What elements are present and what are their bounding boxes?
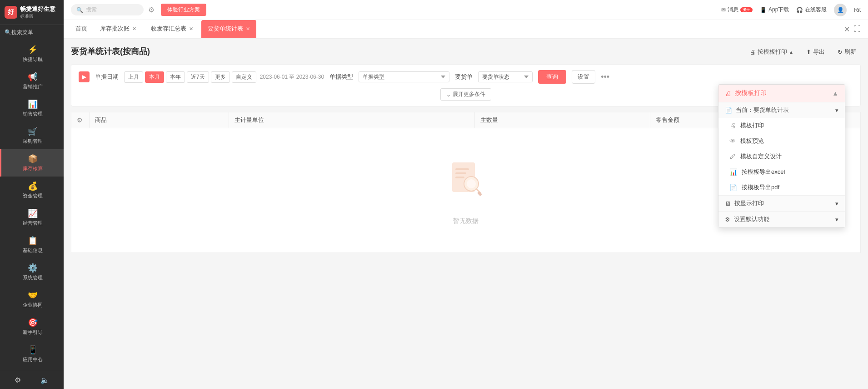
template-design-item[interactable]: 🖊 模板自定义设计 xyxy=(718,149,845,164)
dropdown-header: 🖨 按模板打印 ▲ xyxy=(718,85,845,102)
message-action[interactable]: ✉ 消息 99+ xyxy=(721,6,753,14)
export-pdf-item[interactable]: 📄 按模板导出pdf xyxy=(718,180,845,195)
order-type-label: 单据类型 xyxy=(329,73,353,81)
close-tab-order-stats[interactable]: ✕ xyxy=(246,26,250,32)
print-btn[interactable]: 🖨 按模板打印 ▲ xyxy=(745,46,798,58)
sidebar-search-menu[interactable]: 🔍 搜索菜单 xyxy=(0,25,64,40)
tabs-bar: 首页 库存批次账 ✕ 收发存汇总表 ✕ 要货单统计表 ✕ ✕ ⛶ xyxy=(64,20,868,39)
default-func-header[interactable]: ⚙ 设置默认功能 ▾ xyxy=(718,212,845,227)
sidebar-item-wechat-work[interactable]: 💬 企业微信 xyxy=(0,368,64,371)
svg-rect-3 xyxy=(455,177,464,178)
default-func-icon: ⚙ xyxy=(725,216,730,223)
purchase-icon: 🛒 xyxy=(28,126,38,136)
table-settings-icon[interactable]: ⚙ xyxy=(77,116,83,124)
sidebar-item-system[interactable]: ⚙️ 系统管理 xyxy=(0,258,64,286)
template-print-icon: 🖨 xyxy=(729,122,736,129)
close-tab-inventory-batch[interactable]: ✕ xyxy=(132,26,136,32)
user-name[interactable]: Rit xyxy=(854,7,861,13)
app-center-icon: 📱 xyxy=(28,345,38,355)
order-type-select[interactable]: 单据类型 xyxy=(359,71,449,82)
default-func-section: ⚙ 设置默认功能 ▾ xyxy=(718,212,845,227)
display-print-label: 按显示打印 xyxy=(734,199,764,207)
display-print-chevron: ▾ xyxy=(835,200,838,207)
filter-row-1: ▶ 单据日期 上月 本月 本年 近7天 更多 自定义 2023-06-01 至 … xyxy=(79,70,853,84)
tab-home[interactable]: 首页 xyxy=(71,20,92,38)
col-header-product: 商品 xyxy=(90,112,229,128)
date-label: 单据日期 xyxy=(95,73,119,81)
sidebar-nav: ⚡ 快捷导航 📢 营销推广 📊 销售管理 🛒 采购管理 📦 库存核算 💰 资金管… xyxy=(0,40,64,371)
sidebar-item-newbie[interactable]: 🎯 新手引导 xyxy=(0,313,64,340)
template-preview-item[interactable]: 👁 模板预览 xyxy=(718,133,845,149)
inventory-icon: 📦 xyxy=(28,154,38,164)
enterprise-icon: 🤝 xyxy=(28,290,38,300)
date-this-year[interactable]: 本年 xyxy=(166,71,185,83)
close-window-btn[interactable]: ✕ xyxy=(844,25,850,34)
topbar-search[interactable]: 🔍 搜索 xyxy=(71,4,144,15)
svg-rect-7 xyxy=(477,191,482,196)
close-tab-receipt-summary[interactable]: ✕ xyxy=(189,26,193,32)
sidebar-item-quick-nav[interactable]: ⚡ 快捷导航 xyxy=(0,40,64,67)
settings-btn[interactable]: 设置 xyxy=(572,70,595,84)
display-print-header[interactable]: 🖥 按显示打印 ▾ xyxy=(718,196,845,211)
newbie-icon: 🎯 xyxy=(28,318,38,328)
phone-icon: 📱 xyxy=(760,7,767,13)
print-chevron-icon: ▲ xyxy=(789,50,793,55)
date-custom[interactable]: 自定义 xyxy=(232,71,256,83)
trial-btn[interactable]: 体验行业方案 xyxy=(161,4,206,16)
maximize-window-btn[interactable]: ⛶ xyxy=(853,25,861,33)
user-avatar[interactable]: 👤 xyxy=(834,4,847,16)
sidebar-item-basic-info[interactable]: 📋 基础信息 xyxy=(0,231,64,258)
page-content: 要货单统计表(按商品) 🖨 按模板打印 ▲ ⬆ 导出 ↻ 刷新 ▶ 单据日期 xyxy=(64,39,868,389)
template-preview-icon: 👁 xyxy=(729,137,736,145)
query-btn[interactable]: 查询 xyxy=(538,70,566,84)
online-service-action[interactable]: 🎧 在线客服 xyxy=(796,6,827,14)
display-print-section: 🖥 按显示打印 ▾ xyxy=(718,196,845,212)
tab-inventory-batch[interactable]: 库存批次账 ✕ xyxy=(94,20,143,38)
filter-expand-arrow[interactable]: ▶ xyxy=(79,71,90,82)
default-func-chevron: ▾ xyxy=(835,216,838,223)
export-excel-item[interactable]: 📊 按模板导出excel xyxy=(718,164,845,180)
order-status-select[interactable]: 要货单状态 xyxy=(478,71,533,82)
tab-order-stats[interactable]: 要货单统计表 ✕ xyxy=(201,20,256,38)
more-options-btn[interactable]: ••• xyxy=(601,72,609,82)
sidebar: 好 畅捷通好生意 标准版 🔍 搜索菜单 ⚡ 快捷导航 📢 营销推广 📊 销售管理… xyxy=(0,0,64,389)
app-download-action[interactable]: 📱 App下载 xyxy=(760,6,789,14)
export-btn[interactable]: ⬆ 导出 xyxy=(802,46,829,58)
topbar: 🔍 搜索 ⚙ 体验行业方案 ✉ 消息 99+ 📱 App下载 🎧 在线客服 👤 … xyxy=(64,0,868,20)
print-dropdown: 🖨 按模板打印 ▲ 📄 当前：要货单统计表 ▾ 🖨 模板打印 xyxy=(718,84,845,228)
print-dropdown-title: 按模板打印 xyxy=(735,89,767,97)
message-badge: 99+ xyxy=(740,7,753,12)
expand-chevron-icon: ⌄ xyxy=(446,91,451,98)
sidebar-item-inventory[interactable]: 📦 库存核算 xyxy=(0,149,64,177)
template-print-item[interactable]: 🖨 模板打印 xyxy=(718,118,845,133)
sidebar-item-enterprise[interactable]: 🤝 企业协同 xyxy=(0,286,64,313)
basic-info-icon: 📋 xyxy=(28,236,38,246)
collapse-btn[interactable]: 🔈 xyxy=(40,376,50,384)
date-more[interactable]: 更多 xyxy=(211,71,230,83)
sidebar-item-marketing[interactable]: 📢 营销推广 xyxy=(0,67,64,95)
system-icon: ⚙️ xyxy=(28,263,38,273)
sidebar-item-operation[interactable]: 📈 经营管理 xyxy=(0,204,64,231)
expand-more-filters[interactable]: ⌄ 展开更多条件 xyxy=(440,88,491,101)
refresh-btn[interactable]: ↻ 刷新 xyxy=(833,46,861,58)
sidebar-item-purchase[interactable]: 🛒 采购管理 xyxy=(0,122,64,149)
brand-icon: 好 xyxy=(5,6,17,19)
current-template-label: 当前：要货单统计表 xyxy=(736,106,789,114)
date-last-month[interactable]: 上月 xyxy=(124,71,143,83)
date-this-month[interactable]: 本月 xyxy=(145,71,164,83)
dropdown-close-btn[interactable]: ▲ xyxy=(832,90,838,97)
sidebar-item-sales[interactable]: 📊 销售管理 xyxy=(0,95,64,122)
operation-icon: 📈 xyxy=(28,208,38,218)
current-template-header[interactable]: 📄 当前：要货单统计表 ▾ xyxy=(718,102,845,118)
tab-receipt-summary[interactable]: 收发存汇总表 ✕ xyxy=(145,20,200,38)
quick-nav-icon: ⚡ xyxy=(28,45,38,55)
empty-icon xyxy=(443,156,489,210)
date-7days[interactable]: 近7天 xyxy=(187,71,209,83)
sidebar-item-fund[interactable]: 💰 资金管理 xyxy=(0,177,64,204)
settings-bottom-btn[interactable]: ⚙ xyxy=(15,376,21,384)
fund-icon: 💰 xyxy=(28,181,38,191)
topbar-gear-icon[interactable]: ⚙ xyxy=(148,5,155,14)
sidebar-item-app-center[interactable]: 📱 应用中心 xyxy=(0,340,64,368)
page-toolbar: 🖨 按模板打印 ▲ ⬆ 导出 ↻ 刷新 xyxy=(745,46,861,58)
tabs-right-actions: ✕ ⛶ xyxy=(844,25,861,34)
